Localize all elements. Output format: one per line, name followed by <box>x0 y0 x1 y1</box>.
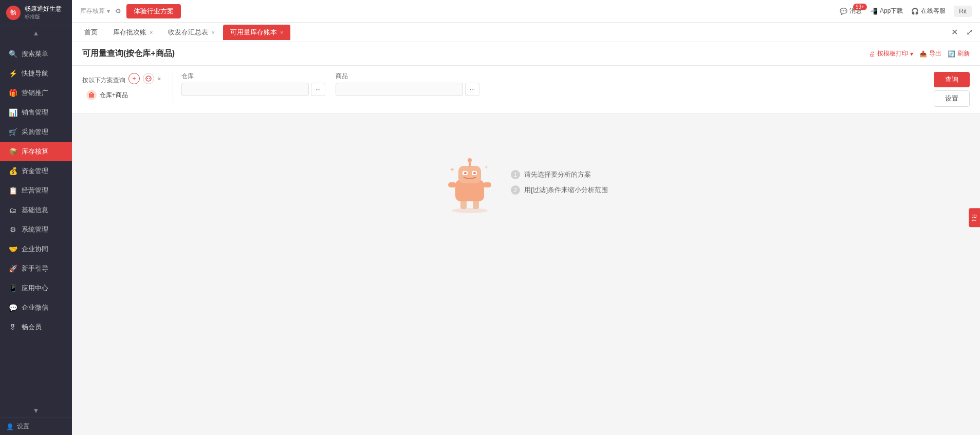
sidebar-item-search[interactable]: 🔍 搜索菜单 <box>0 44 72 64</box>
gear-icon[interactable]: ⚙ <box>115 7 121 15</box>
export-btn[interactable]: 📤 导出 <box>919 49 941 58</box>
filter-schemes: 按以下方案查询 + « <box>82 72 164 103</box>
sidebar-item-sales[interactable]: 📊 销售管理 <box>0 103 72 122</box>
sidebar-item-operation[interactable]: 📋 经营管理 <box>0 181 72 200</box>
sidebar-footer[interactable]: 👤 设置 <box>0 418 72 435</box>
goods-input[interactable] <box>336 83 463 96</box>
app-subtitle: 标准版 <box>25 13 62 21</box>
close-tab-btn[interactable]: ✕ <box>949 25 960 39</box>
sidebar-item-label: 采购管理 <box>22 127 48 137</box>
sidebar-item-wechat[interactable]: 💬 企业微信 <box>0 298 72 317</box>
add-scheme-btn[interactable]: + <box>128 73 140 84</box>
app-icon: 📱 <box>8 284 17 292</box>
sidebar-item-member[interactable]: 🎖 畅会员 <box>0 317 72 337</box>
headset-icon: 🎧 <box>911 8 919 15</box>
basic-icon: 🗂 <box>8 206 17 214</box>
tab-close-btn[interactable]: × <box>150 29 153 35</box>
filter-divider <box>173 72 173 103</box>
breadcrumb: 库存核算 ▾ <box>80 7 110 15</box>
sidebar-item-label: 搜索菜单 <box>22 49 48 59</box>
svg-text:✦: ✦ <box>452 181 455 186</box>
svg-text:✦: ✦ <box>484 164 488 170</box>
sidebar-item-newbie[interactable]: 🚀 新手引导 <box>0 259 72 278</box>
sidebar-item-marketing[interactable]: 🎁 营销推广 <box>0 83 72 103</box>
tab-home[interactable]: 首页 <box>77 25 105 40</box>
sidebar-item-label: 应用中心 <box>22 283 48 293</box>
service-btn[interactable]: 🎧 在线客服 <box>911 7 946 15</box>
tab-close-btn[interactable]: × <box>211 29 214 35</box>
industry-btn[interactable]: 体验行业方案 <box>126 4 181 18</box>
cart-icon: 🛒 <box>8 128 17 136</box>
inventory-icon: 📦 <box>8 147 17 156</box>
sidebar-item-label: 营销推广 <box>22 88 48 98</box>
expand-tab-btn[interactable]: ⤢ <box>964 25 975 39</box>
empty-hints: 1 请先选择要分析的方案 2 用[过滤]条件来缩小分析范围 <box>511 170 608 195</box>
newbie-icon: 🚀 <box>8 264 17 273</box>
goods-filter-group: 商品 ··· <box>336 72 479 96</box>
page-header: 可用量查询(按仓库+商品) 🖨 按模板打印 ▾ 📤 导出 🔄 刷新 <box>72 42 980 66</box>
goods-input-row: ··· <box>336 83 479 96</box>
sidebar-item-purchase[interactable]: 🛒 采购管理 <box>0 122 72 142</box>
sidebar-item-shortcut[interactable]: ⚡ 快捷导航 <box>0 64 72 83</box>
sidebar-item-label: 快捷导航 <box>22 69 48 78</box>
warehouse-input[interactable] <box>181 83 309 96</box>
goods-field-label: 商品 <box>336 72 479 81</box>
app-title: 畅康通好生意 <box>25 5 62 13</box>
tab-stock-summary[interactable]: 收发存汇总表 × <box>161 25 221 40</box>
tab-batch-account[interactable]: 库存批次账 × <box>106 25 160 40</box>
message-badge: 99+ <box>853 4 867 10</box>
warehouse-field-label: 仓库 <box>181 72 325 81</box>
scheme-header: 按以下方案查询 + « <box>82 72 164 85</box>
tab-label: 首页 <box>84 28 98 37</box>
user-icon: 👤 <box>6 423 14 430</box>
topbar-icons: 💬 消息 99+ 📲 App下载 🎧 在线客服 Rit <box>840 6 972 17</box>
page-actions: 🖨 按模板打印 ▾ 📤 导出 🔄 刷新 <box>869 49 970 58</box>
app-logo: 畅 <box>6 6 21 20</box>
sidebar-item-inventory[interactable]: 📦 库存核算 <box>0 142 72 161</box>
download-icon: 📲 <box>870 8 878 15</box>
sidebar-item-label: 资金管理 <box>22 166 48 176</box>
svg-point-1 <box>147 78 148 79</box>
shortcut-icon: ⚡ <box>8 69 17 78</box>
app-download-btn[interactable]: 📲 App下载 <box>870 7 903 15</box>
right-hint-label[interactable]: Rit <box>969 208 980 227</box>
message-btn[interactable]: 💬 消息 99+ <box>840 7 862 15</box>
query-btn[interactable]: 查询 <box>934 72 970 87</box>
warehouse-more-btn[interactable]: ··· <box>311 83 325 96</box>
svg-point-16 <box>468 158 472 162</box>
sidebar-item-system[interactable]: ⚙ 系统管理 <box>0 220 72 239</box>
sidebar-item-enterprise[interactable]: 🤝 企业协同 <box>0 239 72 259</box>
svg-rect-10 <box>458 166 481 183</box>
sidebar-header: 畅 畅康通好生意 标准版 <box>0 0 72 26</box>
hint-text-1: 请先选择要分析的方案 <box>524 170 591 179</box>
tab-label: 可用量库存账本 <box>230 28 277 37</box>
tab-label: 库存批次账 <box>113 28 146 37</box>
search-icon: 🔍 <box>8 50 17 58</box>
settings-btn[interactable]: 设置 <box>934 90 970 107</box>
page-title: 可用量查询(按仓库+商品) <box>82 48 175 59</box>
filter-fields: 仓库 ··· 商品 ··· <box>181 72 926 96</box>
goods-more-btn[interactable]: ··· <box>465 83 479 96</box>
sidebar-item-appstore[interactable]: 📱 应用中心 <box>0 278 72 298</box>
empty-state-inner: ✦ ✦ ✦ 1 请先选择要分析的方案 2 用[过滤]条件来缩小分析范围 <box>444 157 608 208</box>
topbar: 库存核算 ▾ ⚙ 体验行业方案 💬 消息 99+ 📲 App下载 🎧 在线客服 … <box>72 0 980 23</box>
scroll-down-btn[interactable]: ▼ <box>0 404 72 418</box>
user-account[interactable]: Rit <box>954 6 972 17</box>
message-icon: 💬 <box>840 8 847 15</box>
tab-label: 收发存汇总表 <box>168 28 208 37</box>
tab-close-btn[interactable]: × <box>280 29 283 35</box>
collapse-btn[interactable]: « <box>157 74 161 82</box>
refresh-btn[interactable]: 🔄 刷新 <box>948 49 970 58</box>
tabs-actions: ✕ ⤢ <box>949 25 975 39</box>
print-icon: 🖨 <box>869 50 875 58</box>
sidebar-item-label: 销售管理 <box>22 108 48 117</box>
print-btn[interactable]: 🖨 按模板打印 ▾ <box>869 49 913 58</box>
sidebar-item-finance[interactable]: 💰 资金管理 <box>0 161 72 181</box>
edit-scheme-btn[interactable] <box>143 73 154 84</box>
filter-action-btns: 查询 设置 <box>934 72 970 107</box>
tab-available-stock[interactable]: 可用量库存账本 × <box>223 25 290 40</box>
sidebar-item-basic[interactable]: 🗂 基础信息 <box>0 200 72 220</box>
scroll-up-btn[interactable]: ▲ <box>0 26 72 40</box>
gift-icon: 🎁 <box>8 89 17 97</box>
scheme-item-warehouse-goods[interactable]: 仓库+商品 <box>82 87 164 103</box>
